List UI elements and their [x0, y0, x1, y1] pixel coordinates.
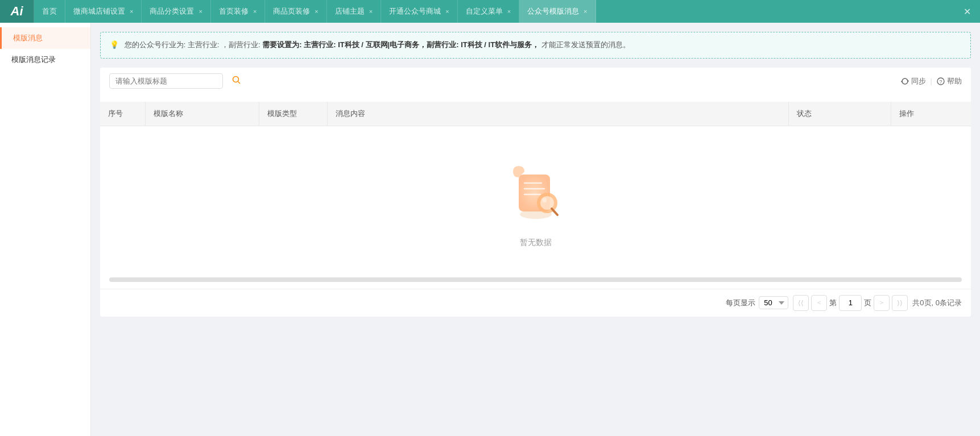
svg-point-0 — [233, 76, 239, 82]
notice-icon: 💡 — [110, 40, 119, 49]
col-status: 状态 — [789, 102, 891, 126]
main-layout: 模版消息 模版消息记录 💡 您的公众号行业为: 主营行业: ，副营行业: 需要设… — [0, 23, 980, 436]
next-page-button[interactable]: ＞ — [874, 295, 890, 311]
col-content: 消息内容 — [328, 102, 789, 126]
col-seq: 序号 — [100, 102, 146, 126]
sync-icon — [901, 77, 909, 85]
sidebar-item-template-msg[interactable]: 模版消息 — [0, 27, 90, 49]
last-page-button[interactable]: ⟩⟩ — [892, 295, 908, 311]
close-icon[interactable]: × — [253, 8, 257, 15]
close-icon[interactable]: × — [315, 8, 318, 15]
svg-text:?: ? — [939, 79, 942, 85]
pagination-bar: 每页显示 10 20 50 100 ⟨⟨ ＜ 第 页 ＞ ⟩⟩ — [100, 289, 971, 317]
empty-illustration — [502, 160, 570, 229]
search-button[interactable] — [228, 73, 246, 89]
tab-product-decor[interactable]: 商品页装修 × — [265, 0, 326, 23]
page-number-input[interactable] — [839, 295, 862, 311]
brand-logo: Ai — [0, 0, 34, 23]
sync-button[interactable]: 同步 — [901, 76, 926, 86]
search-icon — [232, 76, 241, 85]
total-info: 共0页, 0条记录 — [912, 298, 962, 308]
page-size-dropdown[interactable]: 10 20 50 100 — [759, 296, 788, 309]
close-icon[interactable]: × — [199, 8, 202, 15]
prev-page-button[interactable]: ＜ — [811, 295, 827, 311]
tab-home[interactable]: 首页 — [34, 0, 65, 23]
empty-text: 暂无数据 — [520, 238, 552, 248]
tab-template-msg[interactable]: 公众号模版消息 × — [519, 0, 596, 23]
sidebar: 模版消息 模版消息记录 — [0, 23, 91, 436]
sidebar-item-template-records[interactable]: 模版消息记录 — [0, 49, 90, 70]
pagination-nav: ⟨⟨ ＜ 第 页 ＞ ⟩⟩ — [793, 295, 908, 311]
close-icon[interactable]: × — [584, 8, 587, 15]
notice-box: 💡 您的公众号行业为: 主营行业: ，副营行业: 需要设置为: 主营行业: IT… — [100, 32, 971, 59]
svg-line-1 — [238, 81, 241, 84]
empty-svg — [502, 160, 570, 229]
divider: | — [931, 77, 932, 85]
fake-scrollbar[interactable] — [109, 277, 962, 282]
tab-home-decor[interactable]: 首页装修 × — [211, 0, 265, 23]
close-icon[interactable]: × — [507, 8, 511, 15]
table-container: 同步 | ? 帮助 序号 模版名称 模版类型 消息内容 — [100, 68, 971, 317]
content-area: 💡 您的公众号行业为: 主营行业: ，副营行业: 需要设置为: 主营行业: IT… — [91, 23, 980, 436]
search-right: 同步 | ? 帮助 — [901, 76, 962, 86]
tab-shop-settings[interactable]: 微商城店铺设置 × — [65, 0, 142, 23]
col-type: 模版类型 — [259, 102, 328, 126]
close-icon[interactable]: × — [130, 8, 133, 15]
tab-open-mall[interactable]: 开通公众号商城 × — [381, 0, 457, 23]
search-left — [109, 73, 246, 89]
col-action: 操作 — [891, 102, 971, 126]
search-bar: 同步 | ? 帮助 — [100, 68, 971, 95]
first-page-button[interactable]: ⟨⟨ — [793, 295, 809, 311]
close-icon[interactable]: × — [445, 8, 449, 15]
close-icon[interactable]: × — [369, 8, 373, 15]
svg-point-12 — [542, 198, 547, 202]
tab-shop-theme[interactable]: 店铺主题 × — [327, 0, 381, 23]
top-tab-bar: Ai 首页 微商城店铺设置 × 商品分类设置 × 首页装修 × 商品页装修 × … — [0, 0, 980, 23]
col-name: 模版名称 — [146, 102, 259, 126]
tab-custom-menu[interactable]: 自定义菜单 × — [458, 0, 519, 23]
page-size-select: 每页显示 10 20 50 100 — [726, 296, 788, 309]
global-close-button[interactable]: ✕ — [954, 0, 980, 23]
tab-category-settings[interactable]: 商品分类设置 × — [142, 0, 210, 23]
help-icon: ? — [937, 77, 945, 85]
help-button[interactable]: ? 帮助 — [937, 76, 962, 86]
scrollbar-area — [100, 271, 971, 289]
empty-state: 暂无数据 — [100, 126, 971, 271]
search-input[interactable] — [109, 73, 223, 89]
table-header: 序号 模版名称 模版类型 消息内容 状态 操作 — [100, 102, 971, 126]
